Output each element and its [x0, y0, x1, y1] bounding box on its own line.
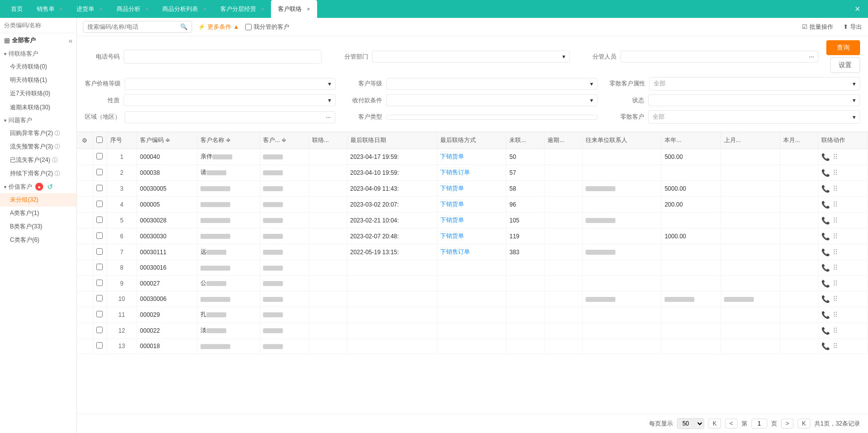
- row-checkbox[interactable]: [96, 264, 103, 270]
- td-last-method[interactable]: [437, 291, 506, 307]
- qr-action-icon[interactable]: ⠿: [833, 280, 838, 288]
- td-last-method[interactable]: [437, 307, 506, 323]
- td-last-method[interactable]: 下销货单: [437, 197, 506, 213]
- prev-page-button[interactable]: <: [725, 419, 737, 429]
- sidebar-item-today-pending[interactable]: 今天待联络(0): [0, 60, 76, 73]
- my-customers-checkbox[interactable]: 我分管的客户: [245, 23, 289, 31]
- dept-select[interactable]: ▾: [372, 51, 570, 63]
- td-last-method[interactable]: 下销货单: [437, 213, 506, 228]
- close-purchase-icon[interactable]: ×: [99, 6, 102, 12]
- td-checkbox[interactable]: [93, 260, 107, 276]
- call-action-icon[interactable]: 📞: [821, 327, 830, 335]
- qr-action-icon[interactable]: ⠿: [833, 201, 838, 209]
- settings-header[interactable]: ⚙: [77, 132, 93, 149]
- sidebar-item-class-b[interactable]: B类客户(33): [0, 220, 76, 233]
- qr-action-icon[interactable]: ⠿: [833, 327, 838, 335]
- call-action-icon[interactable]: 📞: [821, 153, 830, 161]
- sidebar-item-churned[interactable]: 已流失客户(24) ⓘ: [0, 153, 76, 167]
- qr-action-icon[interactable]: ⠿: [833, 311, 838, 319]
- call-action-icon[interactable]: 📞: [821, 248, 830, 256]
- filter-search-icon[interactable]: 🔍: [180, 23, 188, 30]
- close-customer-contact-icon[interactable]: ×: [307, 6, 310, 12]
- td-checkbox[interactable]: [93, 213, 107, 228]
- phone-input[interactable]: [124, 50, 322, 64]
- tab-purchase[interactable]: 进货单 ×: [69, 0, 109, 18]
- call-action-icon[interactable]: 📞: [821, 216, 830, 224]
- td-checkbox[interactable]: [93, 307, 107, 323]
- sidebar-item-churn-warning[interactable]: 流失预警客户(3) ⓘ: [0, 140, 76, 153]
- sidebar-item-declining[interactable]: 持续下滑客户(2) ⓘ: [0, 167, 76, 180]
- call-action-icon[interactable]: 📞: [821, 311, 830, 319]
- row-checkbox[interactable]: [96, 342, 103, 349]
- td-checkbox[interactable]: [93, 276, 107, 291]
- problem-group-header[interactable]: ▾ 问题客户: [0, 114, 76, 127]
- row-checkbox[interactable]: [96, 248, 103, 255]
- first-page-button[interactable]: K: [708, 419, 721, 429]
- td-last-method[interactable]: 下销售订单: [437, 165, 506, 181]
- call-action-icon[interactable]: 📞: [821, 295, 830, 303]
- row-checkbox[interactable]: [96, 311, 103, 317]
- sidebar-item-tomorrow-pending[interactable]: 明天待联络(1): [0, 73, 76, 87]
- sidebar-item-class-c[interactable]: C类客户(6): [0, 233, 76, 247]
- td-checkbox[interactable]: [93, 165, 107, 181]
- customer-type-select[interactable]: [386, 115, 598, 120]
- row-checkbox[interactable]: [96, 216, 103, 223]
- qr-action-icon[interactable]: ⠿: [833, 169, 838, 177]
- call-action-icon[interactable]: 📞: [821, 342, 830, 350]
- retail-customer-select[interactable]: 全部 ▾: [648, 110, 860, 124]
- sidebar-item-class-a[interactable]: A类客户(1): [0, 207, 76, 220]
- tab-product-analysis-list[interactable]: 商品分析列表 ×: [155, 0, 213, 18]
- pending-group-header[interactable]: ▾ 待联络客户: [0, 48, 76, 60]
- window-close-button[interactable]: ×: [851, 4, 864, 14]
- my-customers-check[interactable]: [245, 24, 252, 30]
- td-last-method[interactable]: [437, 339, 506, 354]
- call-action-icon[interactable]: 📞: [821, 264, 830, 272]
- settings-icon[interactable]: ⚙: [82, 137, 87, 144]
- td-checkbox[interactable]: [93, 323, 107, 339]
- td-checkbox[interactable]: [93, 149, 107, 165]
- select-all-checkbox[interactable]: [96, 137, 103, 143]
- row-checkbox[interactable]: [96, 169, 103, 175]
- qr-action-icon[interactable]: ⠿: [833, 216, 838, 224]
- col-name[interactable]: 客户名称 ≑: [197, 132, 260, 149]
- td-last-method[interactable]: 下销货单: [437, 181, 506, 197]
- status-select[interactable]: ▾: [648, 94, 860, 106]
- qr-action-icon[interactable]: ⠿: [833, 342, 838, 350]
- qr-action-icon[interactable]: ⠿: [833, 264, 838, 272]
- row-checkbox[interactable]: [96, 327, 103, 333]
- batch-operations-button[interactable]: ☑ 批量操作: [802, 23, 833, 31]
- close-customer-segment-icon[interactable]: ×: [261, 6, 264, 12]
- td-checkbox[interactable]: [93, 291, 107, 307]
- select-all-header[interactable]: [93, 132, 107, 149]
- payment-select[interactable]: ▾: [386, 94, 598, 106]
- td-last-method[interactable]: [437, 276, 506, 291]
- td-checkbox[interactable]: [93, 339, 107, 354]
- row-checkbox[interactable]: [96, 232, 103, 239]
- col-code[interactable]: 客户编码 ≑: [137, 132, 198, 149]
- td-last-method[interactable]: [437, 260, 506, 276]
- region-select[interactable]: ···: [125, 111, 335, 123]
- qr-action-icon[interactable]: ⠿: [833, 185, 838, 193]
- sidebar-item-ungroup[interactable]: 未分组(32): [0, 193, 76, 207]
- collapse-icon[interactable]: «: [68, 37, 72, 45]
- page-number-input[interactable]: [751, 419, 767, 429]
- last-method-link[interactable]: 下销售订单: [440, 248, 470, 255]
- td-checkbox[interactable]: [93, 197, 107, 213]
- td-last-method[interactable]: 下销货单: [437, 149, 506, 165]
- retail-attr-select[interactable]: 全部 ▾: [649, 77, 860, 90]
- close-product-list-icon[interactable]: ×: [203, 6, 206, 12]
- customer-level-select[interactable]: ▾: [386, 78, 598, 90]
- page-size-select[interactable]: 50 20 100: [677, 418, 704, 429]
- sidebar-item-7day-pending[interactable]: 近7天待联络(0): [0, 87, 76, 100]
- reset-button[interactable]: 设置: [830, 57, 860, 73]
- sidebar-item-abnormal[interactable]: 回购异常客户(2) ⓘ: [0, 127, 76, 140]
- filter-search-input[interactable]: [87, 23, 177, 30]
- tab-home[interactable]: 首页: [4, 0, 30, 18]
- last-method-link[interactable]: 下销货单: [440, 185, 464, 192]
- all-customers-header[interactable]: ⊞ 全部客户 «: [0, 33, 76, 48]
- row-checkbox[interactable]: [96, 295, 103, 301]
- search-button[interactable]: 查询: [826, 40, 860, 55]
- td-checkbox[interactable]: [93, 244, 107, 260]
- qr-action-icon[interactable]: ⠿: [833, 153, 838, 161]
- export-button[interactable]: ⬆ 导出: [843, 23, 862, 31]
